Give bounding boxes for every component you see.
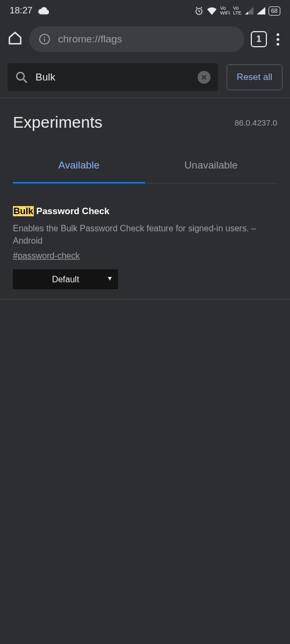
wifi-icon [207,7,217,15]
browser-toolbar: chrome://flags 1 [0,21,290,57]
flag-search-box [8,63,218,91]
signal-icon-1 [245,7,253,14]
flag-description: Enables the Bulk Password Check feature … [13,222,277,247]
signal-icon-2 [257,7,265,14]
battery-indicator: 68 [269,6,280,16]
tab-unavailable[interactable]: Unavailable [145,151,277,183]
svg-point-2 [44,36,45,38]
svg-line-5 [24,79,27,83]
home-icon [8,31,23,46]
flag-title-rest: Password Check [34,206,110,216]
flag-search-input[interactable] [35,71,190,83]
cloud-icon [38,7,49,14]
android-status-bar: 18:27 VoWiFi VoLTE 68 [0,0,290,21]
search-icon [15,71,28,84]
reset-all-button[interactable]: Reset all [227,64,282,90]
svg-point-4 [17,72,24,80]
flag-item: Bulk Password Check Enables the Bulk Pas… [0,184,290,299]
url-bar[interactable]: chrome://flags [29,26,244,52]
tab-count-value: 1 [257,34,262,44]
close-icon [201,74,207,80]
tabs: Available Unavailable [13,151,277,184]
page-title: Experiments [13,113,103,131]
svg-rect-3 [44,39,45,42]
clear-search-button[interactable] [198,71,211,84]
flag-state-select[interactable]: Default [13,269,118,289]
flag-hash-link[interactable]: #password-check [13,251,80,261]
tab-available[interactable]: Available [13,151,145,184]
home-button[interactable] [8,31,23,48]
volte-icon: VoLTE [233,6,242,16]
status-time: 18:27 [10,5,33,16]
page-header: Experiments 86.0.4237.0 [0,98,290,141]
flag-title-highlight: Bulk [13,206,34,216]
overflow-menu-button[interactable] [273,33,282,46]
url-text: chrome://flags [58,33,122,45]
info-icon [39,33,50,45]
version-label: 86.0.4237.0 [235,118,277,127]
vowifi-icon: VoWiFi [220,6,230,16]
tab-switcher[interactable]: 1 [251,31,267,47]
search-row: Reset all [0,57,290,98]
flag-state-select-wrapper: Default [13,269,118,289]
alarm-icon [194,6,204,16]
flag-title: Bulk Password Check [13,206,277,217]
